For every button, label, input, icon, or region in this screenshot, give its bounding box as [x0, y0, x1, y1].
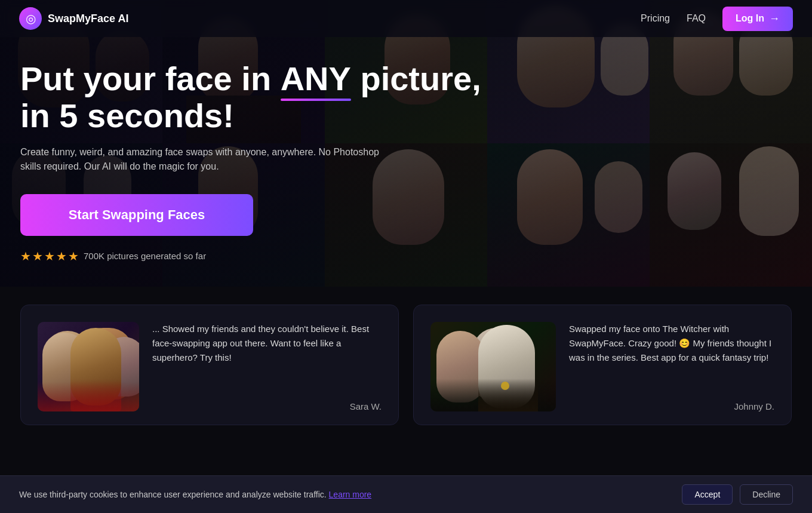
hero-title-highlight: ANY	[281, 60, 351, 97]
testimonial-card-1: ... Showed my friends and they couldn't …	[20, 305, 399, 425]
cookie-decline-button[interactable]: Decline	[740, 484, 793, 505]
hero-title-part1: Put your face in	[20, 60, 281, 97]
hero-subtitle: Create funny, weird, and amazing face sw…	[20, 145, 390, 174]
testimonial-text-2: Swapped my face onto The Witcher with Sw…	[569, 322, 774, 365]
nav-left: ◎ SwapMyFace AI	[19, 7, 128, 30]
star-3: ★	[44, 249, 55, 263]
star-2: ★	[32, 249, 43, 263]
testimonial-content-1: ... Showed my friends and they couldn't …	[152, 322, 382, 411]
stars-row: ★ ★ ★ ★ ★ 700K pictures generated so far	[20, 249, 812, 263]
stats-count: 700K pictures generated so far	[84, 251, 206, 261]
logo-icon: ◎	[19, 7, 42, 30]
hero-title: Put your face in ANY picture, in 5 secon…	[20, 60, 486, 134]
star-5: ★	[68, 249, 79, 263]
testimonial-content-2: Swapped my face onto The Witcher with Sw…	[569, 322, 774, 411]
testimonial-author-2: Johnny D.	[569, 401, 774, 411]
cta-button[interactable]: Start Swapping Faces	[20, 194, 253, 236]
testimonial-author-1: Sara W.	[152, 401, 382, 411]
cookie-text: We use third-party cookies to enhance us…	[19, 490, 670, 499]
star-4: ★	[56, 249, 67, 263]
testimonial-image-1	[38, 322, 139, 411]
login-button[interactable]: Log In →	[722, 7, 793, 31]
star-rating: ★ ★ ★ ★ ★	[20, 249, 79, 263]
pricing-link[interactable]: Pricing	[641, 13, 670, 24]
hero-content: Put your face in ANY picture, in 5 secon…	[20, 37, 812, 287]
navbar: ◎ SwapMyFace AI Pricing FAQ Log In →	[0, 0, 812, 37]
faq-link[interactable]: FAQ	[687, 13, 706, 24]
cookie-buttons: Accept Decline	[682, 484, 793, 505]
star-1: ★	[20, 249, 31, 263]
cookie-accept-button[interactable]: Accept	[682, 484, 733, 505]
cookie-banner: We use third-party cookies to enhance us…	[0, 475, 812, 513]
hero-section: Put your face in ANY picture, in 5 secon…	[0, 0, 812, 287]
cookie-learn-more-link[interactable]: Learn more	[329, 490, 372, 499]
login-arrow-icon: →	[769, 13, 780, 25]
testimonials-section: ... Showed my friends and they couldn't …	[0, 287, 812, 443]
testimonial-image-2	[430, 322, 556, 411]
brand-name: SwapMyFace AI	[48, 13, 128, 25]
testimonial-card-2: Swapped my face onto The Witcher with Sw…	[413, 305, 792, 425]
nav-right: Pricing FAQ Log In →	[641, 7, 793, 31]
testimonial-text-1: ... Showed my friends and they couldn't …	[152, 322, 382, 365]
login-label: Log In	[736, 13, 764, 24]
